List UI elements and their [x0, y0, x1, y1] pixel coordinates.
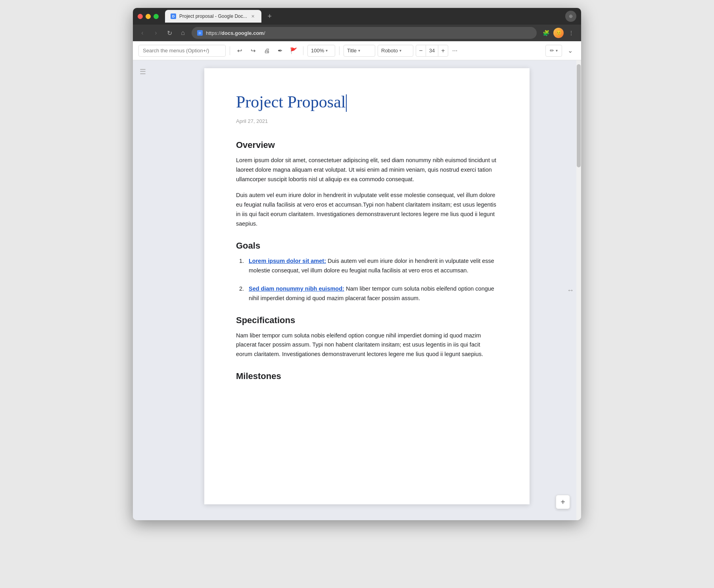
- specifications-paragraph[interactable]: Nam liber tempor cum soluta nobis eleife…: [236, 331, 498, 360]
- browser-window: D Project proposal - Google Doc... ✕ + ⊕…: [133, 8, 581, 520]
- toolbar-separator-2: [303, 46, 303, 55]
- extensions-icon[interactable]: 🧩: [541, 28, 551, 38]
- goal-1-link[interactable]: Lorem ipsum dolor sit amet:: [249, 258, 326, 264]
- document-date: April 27, 2021: [236, 118, 498, 124]
- home-button[interactable]: ⌂: [178, 28, 188, 38]
- browser-more-button[interactable]: ⋮: [566, 28, 576, 38]
- url-site-icon: D: [197, 30, 203, 36]
- overview-paragraph-1[interactable]: Lorem ipsum dolor sit amet, consectetuer…: [236, 156, 498, 184]
- format-paint-button[interactable]: 🚩: [288, 45, 299, 56]
- toolbar-separator-1: [230, 46, 230, 55]
- specifications-heading: Specifications: [236, 315, 498, 326]
- font-size-decrease-button[interactable]: −: [416, 45, 426, 57]
- scrollbar-thumb[interactable]: [577, 64, 581, 167]
- back-button[interactable]: ‹: [138, 28, 147, 38]
- zoom-value: 100%: [311, 48, 324, 54]
- document-scroll-area[interactable]: Project Proposal April 27, 2021 Overview…: [153, 60, 581, 520]
- more-formatting-button[interactable]: ···: [451, 46, 459, 56]
- forward-button[interactable]: ›: [151, 28, 161, 38]
- url-bold-part: docs.google.com: [221, 30, 264, 36]
- list-item[interactable]: 2. Sed diam nonummy nibh euismod: Nam li…: [236, 284, 498, 303]
- url-bar-row: ‹ › ↻ ⌂ D https://docs.google.com/ 🧩 😊 ⋮: [133, 25, 581, 41]
- font-size-increase-button[interactable]: +: [438, 45, 448, 57]
- zoom-chevron-icon: ▾: [326, 48, 328, 53]
- goals-heading: Goals: [236, 241, 498, 251]
- maximize-button[interactable]: [154, 14, 159, 19]
- toolbar-separator-3: [339, 46, 340, 55]
- extensions-area: 🧩 😊 ⋮: [541, 28, 576, 38]
- active-tab[interactable]: D Project proposal - Google Doc... ✕: [165, 10, 261, 23]
- tab-favicon: D: [171, 13, 176, 19]
- search-menus-input[interactable]: [138, 45, 226, 57]
- redo-button[interactable]: ↪: [248, 45, 259, 56]
- paint-format-button[interactable]: ✒: [274, 45, 286, 56]
- goal-2-link[interactable]: Sed diam nonummy nibh euismod:: [249, 285, 344, 292]
- document-area: ☰ Project Proposal April 27, 2021 Overvi…: [133, 60, 581, 520]
- print-button[interactable]: 🖨: [261, 45, 272, 56]
- refresh-button[interactable]: ↻: [165, 28, 174, 38]
- text-cursor: [346, 94, 347, 112]
- font-chevron-icon: ▾: [399, 48, 401, 53]
- minimize-button[interactable]: [146, 14, 151, 19]
- url-input[interactable]: D https://docs.google.com/: [192, 27, 537, 39]
- font-label: Roboto: [381, 48, 398, 54]
- goal-1-text: Lorem ipsum dolor sit amet: Duis autem v…: [249, 257, 498, 276]
- paragraph-style-selector[interactable]: Title ▾: [344, 45, 375, 57]
- toolbar-right: ✏ ▾ ⌄: [545, 45, 576, 57]
- new-tab-button[interactable]: +: [265, 11, 275, 21]
- list-item[interactable]: 1. Lorem ipsum dolor sit amet: Duis aute…: [236, 257, 498, 276]
- document-title[interactable]: Project Proposal: [236, 92, 498, 112]
- overview-heading: Overview: [236, 140, 498, 150]
- document-outline-icon[interactable]: ☰: [133, 60, 153, 520]
- scrollbar-track: [576, 60, 581, 520]
- goals-list: 1. Lorem ipsum dolor sit amet: Duis aute…: [236, 257, 498, 303]
- close-button[interactable]: [138, 14, 143, 19]
- toolbar-expand-button[interactable]: ⌄: [564, 45, 576, 56]
- overview-paragraph-2[interactable]: Duis autem vel eum iriure dolor in hendr…: [236, 191, 498, 229]
- style-chevron-icon: ▾: [358, 48, 360, 53]
- edit-icon: ✏: [550, 48, 554, 54]
- style-label: Title: [347, 48, 357, 54]
- insert-float-button[interactable]: +: [556, 495, 570, 509]
- goal-number-2: 2.: [236, 284, 244, 303]
- tab-close-button[interactable]: ✕: [250, 13, 256, 19]
- document-page: Project Proposal April 27, 2021 Overview…: [204, 68, 530, 504]
- undo-button[interactable]: ↩: [234, 45, 245, 56]
- zoom-selector[interactable]: 100% ▾: [307, 45, 335, 57]
- editing-mode-button[interactable]: ✏ ▾: [545, 45, 562, 57]
- font-selector[interactable]: Roboto ▾: [378, 45, 413, 57]
- title-bar: D Project proposal - Google Doc... ✕ + ⊕: [133, 8, 581, 25]
- user-avatar[interactable]: 😊: [553, 28, 564, 38]
- docs-toolbar: ↩ ↪ 🖨 ✒ 🚩 100% ▾ Title ▾ Roboto ▾ − 34 +…: [133, 41, 581, 60]
- font-size-control: − 34 +: [416, 45, 448, 57]
- goal-2-text: Sed diam nonummy nibh euismod: Nam liber…: [249, 284, 498, 303]
- tab-title: Project proposal - Google Doc...: [179, 13, 247, 19]
- tab-area: D Project proposal - Google Doc... ✕ +: [165, 10, 562, 23]
- font-size-value[interactable]: 34: [426, 45, 438, 57]
- editing-chevron-icon: ▾: [556, 48, 558, 53]
- url-text: https://docs.google.com/: [206, 30, 265, 36]
- traffic-lights: [138, 14, 159, 19]
- browser-menu-icon[interactable]: ⊕: [565, 11, 576, 22]
- resize-handle-icon[interactable]: ↔: [567, 286, 574, 295]
- goal-number-1: 1.: [236, 257, 244, 276]
- milestones-heading: Milestones: [236, 371, 498, 381]
